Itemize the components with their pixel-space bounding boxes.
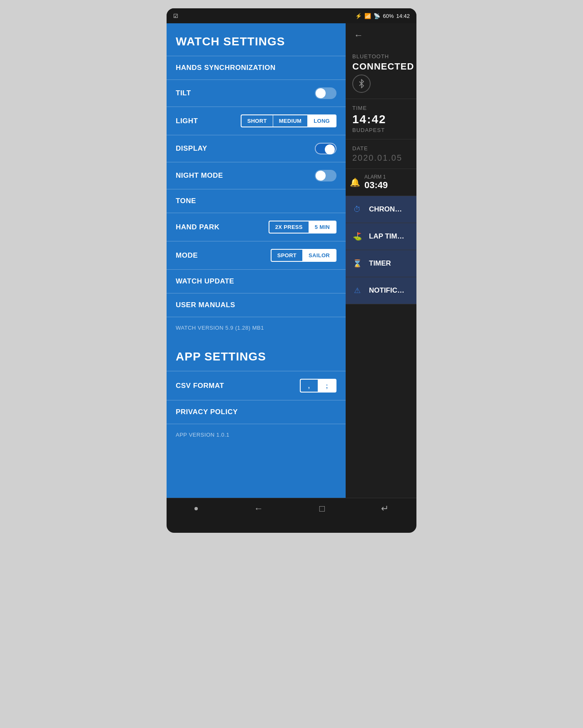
bluetooth-icon: ⚡	[355, 13, 362, 19]
status-bar: ☑ ⚡ 📶 📡 60% 14:42	[167, 8, 416, 23]
app-settings-title: APP SETTINGS	[167, 338, 346, 371]
app-version-label: APP VERSION 1.0.1	[176, 432, 229, 438]
bottom-nav: ← □ ↵	[167, 498, 416, 519]
tilt-toggle[interactable]	[315, 87, 336, 99]
csv-comma[interactable]: ,	[300, 379, 318, 393]
alarm-bell-icon: 🔔	[350, 177, 360, 187]
setting-privacy-policy[interactable]: PRIVACY POLICY	[167, 400, 346, 424]
menu-notifications[interactable]: ⚠ NOTIFIC…	[346, 277, 416, 304]
light-medium[interactable]: MEDIUM	[273, 115, 308, 127]
sidebar-alarm[interactable]: 🔔 ALARM 1 03:49	[346, 169, 416, 196]
wifi-icon: 📶	[364, 13, 371, 19]
notifications-icon: ⚠	[350, 283, 365, 298]
setting-watch-version: WATCH VERSION 5.9 (1.28) MB1	[167, 317, 346, 338]
setting-tilt: TILT	[167, 80, 346, 107]
menu-chrono[interactable]: ⏱ CHRON…	[346, 196, 416, 223]
display-knob	[325, 144, 335, 154]
light-long[interactable]: LONG	[308, 115, 336, 127]
date-label: DATE	[352, 145, 368, 152]
alarm-time-value: 03:49	[364, 180, 388, 191]
nav-home[interactable]: □	[313, 500, 331, 517]
privacy-policy-label: PRIVACY POLICY	[176, 408, 238, 416]
light-short[interactable]: SHORT	[242, 115, 273, 127]
mode-label: MODE	[176, 251, 198, 260]
bluetooth-label: BLUETOOTH	[352, 53, 389, 60]
hand-park-2x-press[interactable]: 2X PRESS	[269, 221, 309, 233]
setting-tone[interactable]: TONE	[167, 189, 346, 213]
watch-settings-title: WATCH SETTINGS	[167, 23, 346, 56]
date-value: 2020.01.05	[352, 153, 402, 163]
setting-display: DISPLAY	[167, 135, 346, 162]
setting-night-mode: NIGHT MODE	[167, 162, 346, 189]
setting-watch-update[interactable]: WATCH UPDATE	[167, 269, 346, 293]
lap-time-icon: ⛳	[350, 229, 365, 244]
csv-options: , ;	[300, 379, 336, 393]
battery-status: 60%	[383, 13, 394, 19]
watch-version-label: WATCH VERSION 5.9 (1.28) MB1	[176, 325, 264, 331]
hand-park-5min[interactable]: 5 MIN	[309, 221, 336, 233]
setting-mode: MODE SPORT SAILOR	[167, 241, 346, 269]
menu-timer[interactable]: ⌛ TIMER	[346, 250, 416, 277]
left-panel: WATCH SETTINGS HANDS SYNCHRONIZATION TIL…	[167, 23, 346, 498]
nav-back[interactable]: ←	[247, 500, 270, 517]
status-time: 14:42	[396, 13, 410, 19]
display-toggle[interactable]	[315, 143, 336, 154]
night-mode-knob	[316, 171, 326, 181]
display-label: DISPLAY	[176, 144, 207, 153]
chrono-label: CHRON…	[369, 205, 402, 214]
phone-frame: ☑ ⚡ 📶 📡 60% 14:42 WATCH SETTINGS HANDS S…	[167, 8, 416, 533]
setting-hands-sync[interactable]: HANDS SYNCHRONIZATION	[167, 56, 346, 80]
tilt-label: TILT	[176, 89, 191, 97]
setting-light: LIGHT SHORT MEDIUM LONG	[167, 107, 346, 135]
nav-dot	[188, 504, 204, 514]
timer-label: TIMER	[369, 259, 391, 268]
tone-label: TONE	[176, 197, 196, 205]
setting-hand-park: HAND PARK 2X PRESS 5 MIN	[167, 213, 346, 241]
csv-format-label: CSV FORMAT	[176, 382, 224, 390]
sidebar-bluetooth: BLUETOOTH CONNECTED	[346, 47, 416, 99]
user-manuals-label: USER MANUALS	[176, 301, 235, 309]
signal-icon: 📡	[374, 13, 380, 19]
status-left-icon: ☑	[173, 13, 178, 19]
sidebar-time: TIME 14:42 BUDAPEST	[346, 99, 416, 139]
alarm-label: ALARM 1	[364, 174, 388, 180]
right-panel: ← BLUETOOTH CONNECTED TIME 14:42 BUDAPES…	[346, 23, 416, 498]
hands-sync-label: HANDS SYNCHRONIZATION	[176, 64, 276, 72]
setting-csv-format: CSV FORMAT , ;	[167, 371, 346, 400]
setting-app-version: APP VERSION 1.0.1	[167, 424, 346, 445]
time-value: 14:42	[352, 113, 386, 126]
sidebar-date: DATE 2020.01.05	[346, 139, 416, 169]
menu-lap-time[interactable]: ⛳ LAP TIM…	[346, 223, 416, 250]
hand-park-label: HAND PARK	[176, 223, 219, 231]
chrono-icon: ⏱	[350, 202, 365, 217]
bluetooth-icon-circle[interactable]	[352, 75, 371, 93]
mode-sport[interactable]: SPORT	[272, 250, 302, 261]
bluetooth-status: CONNECTED	[352, 61, 414, 72]
light-label: LIGHT	[176, 117, 198, 125]
night-mode-label: NIGHT MODE	[176, 171, 223, 180]
time-city: BUDAPEST	[352, 127, 385, 133]
night-mode-toggle[interactable]	[315, 170, 336, 181]
csv-semicolon[interactable]: ;	[318, 379, 337, 393]
hand-park-segmented: 2X PRESS 5 MIN	[269, 221, 336, 234]
time-label: TIME	[352, 105, 367, 111]
timer-icon: ⌛	[350, 256, 365, 271]
tilt-knob	[316, 88, 326, 98]
nav-dot-icon	[194, 507, 198, 510]
notifications-label: NOTIFIC…	[369, 286, 404, 295]
lap-time-label: LAP TIM…	[369, 232, 404, 241]
setting-user-manuals[interactable]: USER MANUALS	[167, 293, 346, 317]
light-segmented: SHORT MEDIUM LONG	[241, 114, 336, 127]
back-button[interactable]: ←	[346, 23, 416, 47]
watch-update-label: WATCH UPDATE	[176, 277, 234, 286]
mode-segmented: SPORT SAILOR	[271, 249, 336, 262]
nav-recent[interactable]: ↵	[374, 500, 395, 517]
alarm-details: ALARM 1 03:49	[364, 174, 388, 191]
mode-sailor[interactable]: SAILOR	[303, 250, 336, 261]
